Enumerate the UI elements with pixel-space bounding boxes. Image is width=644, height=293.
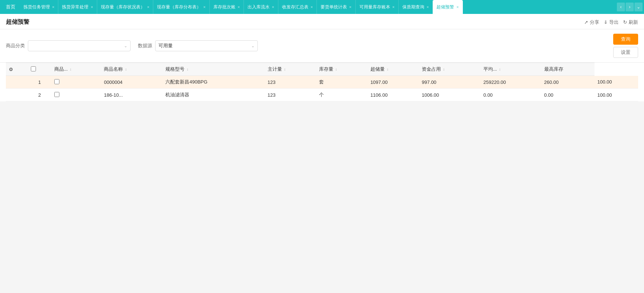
nav-tab-8[interactable]: 可用量库存账本 × [356,0,399,14]
row-checkbox-1[interactable] [54,92,59,97]
sort-icon-spec: ↕ [187,67,189,71]
nav-tab-0[interactable]: 拣货任务管理 × [20,0,58,14]
avg-cell: 0.00 [541,89,594,101]
col-capital[interactable]: 资金占用 ↕ [419,63,480,76]
col-spec[interactable]: 规格型号 ↕ [162,63,264,76]
overstock-cell: 1006.00 [419,89,480,101]
col-overstock[interactable]: 超储量 ↕ [367,63,419,76]
share-icon: ➚ [584,19,588,25]
row-checkbox-cell [51,76,101,89]
table-row: 10000004六配套新昌490BPG123套1097.00997.002592… [6,76,638,89]
capital-cell: 0.00 [480,89,541,101]
nav-arrows: ‹ › ⌄ [617,3,643,11]
refresh-button[interactable]: ↻ 刷新 [623,19,638,26]
product-code-cell: 0000004 [101,76,162,89]
datasource-select[interactable]: 可用量 ⌄ [155,40,258,51]
chevron-down-icon-2: ⌄ [251,44,255,48]
spec-cell: 123 [265,76,316,89]
unit-cell: 套 [316,76,367,89]
datasource-filter: 数据源 可用量 ⌄ [138,40,258,51]
gear-icon[interactable]: ⚙ [9,67,13,72]
nav-home[interactable]: 首页 [1,4,20,10]
gear-cell [6,89,28,101]
datasource-label: 数据源 [138,42,152,49]
close-tab-10[interactable]: × [456,5,458,9]
nav-tab-1[interactable]: 拣货异常处理 × [58,0,97,14]
stock-cell: 1097.00 [367,76,419,89]
nav-tab-10[interactable]: 超储预警 × [433,0,462,14]
filter-area: 商品分类 ⌄ 数据源 可用量 ⌄ 查询 设置 [0,29,644,63]
close-tab-1[interactable]: × [91,5,93,9]
nav-tab-4[interactable]: 库存批次账 × [210,0,244,14]
close-tab-7[interactable]: × [349,5,351,9]
close-tab-3[interactable]: × [203,5,205,9]
nav-tab-2[interactable]: 现存量（库存状况表） × [97,0,153,14]
data-table: ⚙ 商品... ↕ 商品名称 ↕ 规格型号 ↕ 主计量 [6,63,638,101]
category-label: 商品分类 [6,42,25,49]
max-stock-cell: 100.00 [594,76,638,89]
nav-next-button[interactable]: › [626,3,634,11]
chevron-down-icon: ⌄ [124,44,127,48]
query-button[interactable]: 查询 [613,34,638,45]
col-avg[interactable]: 平均... ↕ [480,63,541,76]
table-body: 10000004六配套新昌490BPG123套1097.00997.002592… [6,76,638,101]
share-button[interactable]: ➚ 分享 [584,19,599,26]
nav-tab-3[interactable]: 现存量（库存分布表） × [153,0,209,14]
nav-tab-6[interactable]: 收发存汇总表 × [278,0,317,14]
capital-cell: 259220.00 [480,76,541,89]
spec-cell: 123 [265,89,316,101]
page-title: 超储预警 [6,18,29,26]
gear-cell [6,76,28,89]
col-checkbox [28,63,51,76]
stock-cell: 1106.00 [367,89,419,101]
table-row: 2186-10...机油滤清器123个1106.001006.000.000.0… [6,89,638,101]
close-tab-4[interactable]: × [238,5,240,9]
table-area: ⚙ 商品... ↕ 商品名称 ↕ 规格型号 ↕ 主计量 [0,63,644,101]
sort-icon-unit: ↕ [284,67,286,71]
unit-cell: 个 [316,89,367,101]
export-icon: ⇓ [604,19,608,25]
product-code-cell: 186-10... [101,89,162,101]
category-select[interactable]: ⌄ [28,40,131,51]
row-checkbox-cell [51,89,101,101]
close-tab-0[interactable]: × [52,5,54,9]
filter-buttons: 查询 设置 [613,34,638,58]
sort-icon-capital: ↕ [443,67,445,71]
header-actions: ➚ 分享 ⇓ 导出 ↻ 刷新 [584,19,638,26]
product-name-cell: 六配套新昌490BPG [162,76,264,89]
product-name-cell: 机油滤清器 [162,89,264,101]
nav-tab-5[interactable]: 出入库流水 × [244,0,278,14]
nav-tab-9[interactable]: 保质期查询 × [399,0,433,14]
nav-tab-7[interactable]: 要货单统计表 × [317,0,355,14]
col-gear: ⚙ [6,63,28,76]
overstock-cell: 997.00 [419,76,480,89]
nav-prev-button[interactable]: ‹ [617,3,625,11]
sort-icon-avg: ↕ [499,67,501,71]
table-header-row: ⚙ 商品... ↕ 商品名称 ↕ 规格型号 ↕ 主计量 [6,63,638,76]
close-tab-5[interactable]: × [272,5,274,9]
row-checkbox-0[interactable] [54,79,59,84]
col-product-code[interactable]: 商品... ↕ [51,63,101,76]
close-tab-8[interactable]: × [392,5,395,9]
close-tab-9[interactable]: × [427,5,429,9]
sort-icon-code: ↕ [70,67,72,71]
export-button[interactable]: ⇓ 导出 [604,19,619,26]
refresh-icon: ↻ [623,19,627,25]
col-max-stock[interactable]: 最高库存 [541,63,594,76]
row-num: 1 [28,76,51,89]
close-tab-2[interactable]: × [147,5,149,9]
max-stock-cell: 100.00 [594,89,638,101]
close-tab-6[interactable]: × [311,5,313,9]
col-unit[interactable]: 主计量 ↕ [265,63,316,76]
col-stock[interactable]: 库存量 ↕ [316,63,367,76]
top-navigation: 首页 拣货任务管理 × 拣货异常处理 × 现存量（库存状况表） × 现存量（库存… [0,0,644,14]
select-all-checkbox[interactable] [31,66,36,71]
sort-icon-stock: ↕ [335,67,337,71]
avg-cell: 260.00 [541,76,594,89]
page-header: 超储预警 ➚ 分享 ⇓ 导出 ↻ 刷新 [0,14,644,29]
row-num: 2 [28,89,51,101]
sort-icon-name: ↕ [125,67,127,71]
nav-menu-button[interactable]: ⌄ [634,3,643,11]
settings-button[interactable]: 设置 [613,47,638,58]
col-product-name[interactable]: 商品名称 ↕ [101,63,162,76]
